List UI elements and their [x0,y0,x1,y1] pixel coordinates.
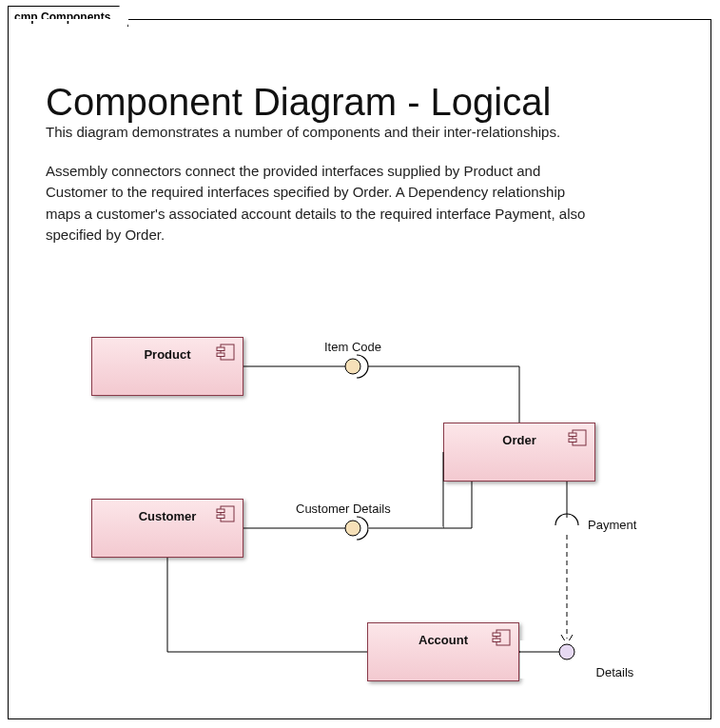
diagram-frame-tab: cmp Components [8,6,128,27]
diagram-description-p1: This diagram demonstrates a number of co… [46,122,597,144]
diagram-description: This diagram demonstrates a number of co… [46,122,597,264]
diagram-description-p2: Assembly connectors connect the provided… [46,161,597,246]
component-order-label: Order [444,433,594,447]
diagram-title: Component Diagram - Logical [46,81,551,124]
diagram-frame-tab-cover [9,19,128,21]
interface-label-account-details: Account Details [548,665,633,679]
component-account: Account [367,622,519,681]
component-product-label: Product [92,347,243,362]
component-order: Order [443,423,595,482]
component-account-label: Account [368,633,518,647]
interface-label-customer-details: Customer Details [296,502,391,516]
component-customer: Customer [91,499,243,558]
uml-component-diagram-page: cmp Components Component Diagram - Logic… [0,0,720,728]
interface-label-payment: Payment [588,518,636,532]
interface-label-item-code: Item Code [324,340,381,354]
component-product: Product [91,337,243,396]
component-customer-label: Customer [92,509,243,523]
